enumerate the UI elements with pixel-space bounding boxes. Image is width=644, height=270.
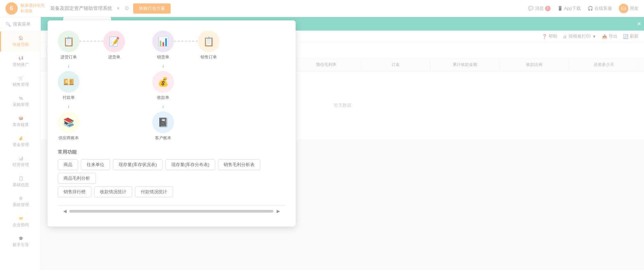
arrow-down-3: ↓ (68, 103, 70, 109)
common-buttons: 商品 往来单位 现存量(库存状况表) 现存量(库存分布表) 销售毛利分析表 商品… (58, 159, 285, 184)
flow-item-supplier-ledger[interactable]: 📚 供应商账本 (58, 111, 80, 141)
flow-item-payment[interactable]: 💴 付款单 (58, 71, 80, 101)
common-btn-payment-stats[interactable]: 付款情况统计 (135, 186, 173, 197)
flow-diagram: 📋 进货订单 ↓ 💴 付款单 ↓ (58, 31, 285, 141)
flow-item-purchase-order[interactable]: 📋 进货订单 (58, 31, 80, 60)
common-btn-sales-profit[interactable]: 销售毛利分析表 (218, 159, 260, 170)
flow-item-receipt[interactable]: 💰 收款单 (152, 71, 174, 101)
customer-ledger-circle: 📓 (152, 111, 174, 133)
common-btn-sales-rank[interactable]: 销售排行榜 (58, 186, 91, 197)
flow-col-sale-order: 📋 销售订单 (198, 31, 220, 60)
common-btn-inventory-status[interactable]: 现存量(库存状况表) (113, 159, 163, 170)
quick-panel: 📋 进货订单 ↓ 💴 付款单 ↓ (48, 20, 296, 227)
common-btn-receipt-stats[interactable]: 收款情况统计 (94, 186, 132, 197)
scrollbar-track (69, 210, 274, 213)
common-section-title: 常用功能 (58, 149, 285, 155)
customer-ledger-label: 客户账本 (155, 135, 171, 141)
sale-order-label: 销售订单 (201, 54, 217, 60)
flow-item-sale-order[interactable]: 📋 销售订单 (198, 31, 220, 60)
flow-col-sale-bill: 📊 销货单 ↓ 💰 收款单 ↓ (152, 31, 174, 141)
scrollbar-thumb[interactable] (69, 210, 273, 213)
purchase-order-label: 进货订单 (60, 54, 77, 60)
sale-bill-circle: 📊 (152, 31, 174, 52)
supplier-ledger-circle: 📚 (58, 111, 80, 133)
sale-order-circle: 📋 (198, 31, 220, 52)
flow-col-purchase-bill: 📝 进货单 (103, 31, 125, 60)
flow-col-left: 📋 进货订单 ↓ 💴 付款单 ↓ (58, 31, 80, 141)
common-functions-section: 常用功能 商品 往来单位 现存量(库存状况表) 现存量(库存分布表) 销售毛利分… (58, 149, 285, 197)
flow-diagram-section: 📋 进货订单 ↓ 💴 付款单 ↓ (58, 31, 285, 141)
common-btn-product[interactable]: 商品 (58, 159, 78, 170)
common-btn-inventory-dist[interactable]: 现存量(库存分布表) (166, 159, 215, 170)
common-btn-product-profit[interactable]: 商品毛利分析 (58, 173, 96, 184)
payment-circle: 💴 (58, 71, 80, 93)
flow-item-sale-bill[interactable]: 📊 销货单 (152, 31, 174, 60)
common-btn-unit[interactable]: 往来单位 (81, 159, 110, 170)
arrow-down-4: ↓ (162, 103, 164, 109)
scroll-right-icon[interactable]: ▶ (277, 209, 280, 214)
sale-bill-label: 销货单 (157, 54, 169, 60)
purchase-order-circle: 📋 (58, 31, 80, 52)
scroll-area: ◀ ▶ (58, 205, 285, 216)
common-buttons-row2: 销售排行榜 收款情况统计 付款情况统计 (58, 186, 285, 197)
supplier-ledger-label: 供应商账本 (58, 135, 79, 141)
purchase-bill-circle: 📝 (103, 31, 125, 52)
receipt-label: 收款单 (157, 95, 169, 101)
arrow-down-1: ↓ (68, 63, 70, 68)
page-content-bg: ❓ 帮助 🖨 按模板打印 ▼ 📤 导出 🔄 刷新 (41, 31, 644, 270)
receipt-circle: 💰 (152, 71, 174, 93)
arrow-down-2: ↓ (162, 63, 164, 68)
flow-item-customer-ledger[interactable]: 📓 客户账本 (152, 111, 174, 141)
main-layout: 🔍 搜索菜单 🏠 快捷导航 📢 营销推广 🛒 销售管理 🛍 采购管理 📦 (0, 17, 644, 270)
payment-label: 付款单 (63, 95, 75, 101)
content-area: 首页 销售订单执行表 ✕ ✕ ❓ 帮助 🖨 按模板打印 ▼ (41, 17, 644, 270)
flow-item-purchase-bill[interactable]: 📝 进货单 (103, 31, 125, 60)
purchase-bill-label: 进货单 (108, 54, 120, 60)
scroll-left-icon[interactable]: ◀ (63, 209, 67, 214)
